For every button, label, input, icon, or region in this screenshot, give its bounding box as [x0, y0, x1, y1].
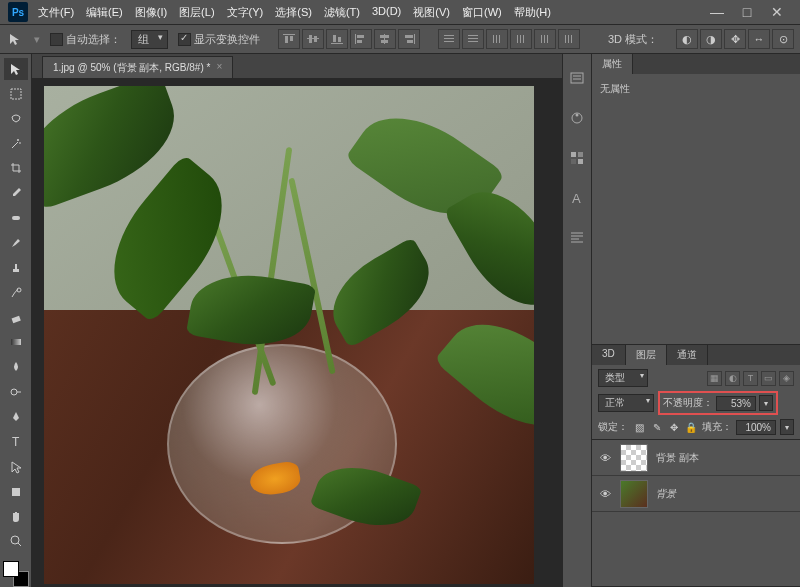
layers-tab[interactable]: 图层	[626, 345, 667, 365]
fill-value[interactable]: 100%	[736, 420, 776, 435]
lasso-tool[interactable]	[4, 108, 28, 130]
visibility-icon[interactable]: 👁	[598, 451, 612, 465]
color-swatches[interactable]	[3, 561, 29, 587]
main-area: T 1.jpg @ 50% (背景 副本, RGB/8#) * ×	[0, 54, 800, 587]
document-canvas[interactable]	[44, 86, 534, 584]
brush-tool[interactable]	[4, 232, 28, 254]
lock-transparent-icon[interactable]: ▨	[632, 420, 647, 435]
menu-help[interactable]: 帮助(H)	[514, 5, 551, 20]
align-right-icon[interactable]	[398, 29, 420, 49]
history-brush-tool[interactable]	[4, 282, 28, 304]
tab-close-icon[interactable]: ×	[216, 61, 222, 75]
layer-name[interactable]: 背景 副本	[656, 451, 699, 465]
lock-position-icon[interactable]: ✥	[666, 420, 681, 435]
layer-row[interactable]: 👁 背景	[592, 476, 800, 512]
eraser-tool[interactable]	[4, 307, 28, 329]
dist-3-icon[interactable]	[486, 29, 508, 49]
zoom-tool[interactable]	[4, 530, 28, 552]
3d-zoom-icon[interactable]: ⊙	[772, 29, 794, 49]
filter-adjust-icon[interactable]: ◐	[725, 371, 740, 386]
dist-5-icon[interactable]	[534, 29, 556, 49]
move-tool[interactable]	[4, 58, 28, 80]
menu-filter[interactable]: 滤镜(T)	[324, 5, 360, 20]
dodge-tool[interactable]	[4, 381, 28, 403]
show-transform-checkbox[interactable]	[178, 33, 191, 46]
pen-tool[interactable]	[4, 406, 28, 428]
3d-roll-icon[interactable]: ◑	[700, 29, 722, 49]
menu-window[interactable]: 窗口(W)	[462, 5, 502, 20]
type-tool[interactable]: T	[4, 431, 28, 453]
align-top-icon[interactable]	[278, 29, 300, 49]
move-tool-icon[interactable]	[6, 30, 24, 48]
minimize-icon[interactable]: —	[702, 4, 732, 20]
layer-thumbnail[interactable]	[620, 444, 648, 472]
3d-pan-icon[interactable]: ✥	[724, 29, 746, 49]
svg-rect-14	[381, 40, 388, 43]
maximize-icon[interactable]: □	[732, 4, 762, 20]
hand-tool[interactable]	[4, 505, 28, 527]
filter-shape-icon[interactable]: ▭	[761, 371, 776, 386]
marquee-tool[interactable]	[4, 83, 28, 105]
foreground-swatch[interactable]	[3, 561, 19, 577]
visibility-icon[interactable]: 👁	[598, 487, 612, 501]
align-left-icon[interactable]	[350, 29, 372, 49]
paragraph-panel-icon[interactable]	[567, 228, 587, 248]
healing-tool[interactable]	[4, 207, 28, 229]
svg-rect-52	[571, 159, 576, 164]
blend-mode-select[interactable]: 正常	[598, 394, 654, 412]
filter-pixel-icon[interactable]: ▦	[707, 371, 722, 386]
menu-layer[interactable]: 图层(L)	[179, 5, 214, 20]
align-bottom-icon[interactable]	[326, 29, 348, 49]
opacity-value[interactable]: 53%	[716, 396, 756, 411]
menu-3d[interactable]: 3D(D)	[372, 5, 401, 20]
menu-file[interactable]: 文件(F)	[38, 5, 74, 20]
gradient-tool[interactable]	[4, 331, 28, 353]
crop-tool[interactable]	[4, 157, 28, 179]
align-vcenter-icon[interactable]	[302, 29, 324, 49]
close-icon[interactable]: ✕	[762, 4, 792, 20]
layer-row[interactable]: 👁 背景 副本	[592, 440, 800, 476]
align-hcenter-icon[interactable]	[374, 29, 396, 49]
layer-filter-select[interactable]: 类型	[598, 369, 648, 387]
menu-type[interactable]: 文字(Y)	[227, 5, 264, 20]
dist-2-icon[interactable]	[462, 29, 484, 49]
lock-all-icon[interactable]: 🔒	[683, 420, 698, 435]
3d-orbit-icon[interactable]: ◐	[676, 29, 698, 49]
fill-dropdown-icon[interactable]: ▾	[780, 419, 794, 435]
path-select-tool[interactable]	[4, 456, 28, 478]
layer-thumbnail[interactable]	[620, 480, 648, 508]
document-tabs: 1.jpg @ 50% (背景 副本, RGB/8#) * ×	[32, 54, 562, 78]
menu-image[interactable]: 图像(I)	[135, 5, 167, 20]
swatches-panel-icon[interactable]	[567, 148, 587, 168]
3d-slide-icon[interactable]: ↔	[748, 29, 770, 49]
eyedropper-tool[interactable]	[4, 182, 28, 204]
channels-tab[interactable]: 通道	[667, 345, 708, 365]
autoselect-checkbox[interactable]	[50, 33, 63, 46]
svg-rect-32	[547, 35, 548, 43]
filter-smart-icon[interactable]: ◈	[779, 371, 794, 386]
document-tab[interactable]: 1.jpg @ 50% (背景 副本, RGB/8#) * ×	[42, 56, 233, 78]
dist-6-icon[interactable]	[558, 29, 580, 49]
dist-1-icon[interactable]	[438, 29, 460, 49]
layer-name[interactable]: 背景	[656, 487, 676, 501]
blur-tool[interactable]	[4, 356, 28, 378]
wand-tool[interactable]	[4, 133, 28, 155]
canvas-viewport[interactable]	[32, 78, 562, 587]
shape-tool[interactable]	[4, 481, 28, 503]
menu-select[interactable]: 选择(S)	[275, 5, 312, 20]
menu-view[interactable]: 视图(V)	[413, 5, 450, 20]
filter-type-icon[interactable]: T	[743, 371, 758, 386]
svg-rect-6	[331, 43, 343, 44]
autoselect-target-select[interactable]: 组	[131, 30, 168, 49]
opacity-dropdown-icon[interactable]: ▾	[759, 395, 773, 411]
3d-tab[interactable]: 3D	[592, 345, 626, 365]
svg-rect-41	[11, 315, 20, 322]
menu-edit[interactable]: 编辑(E)	[86, 5, 123, 20]
character-panel-icon[interactable]: A	[567, 188, 587, 208]
lock-pixels-icon[interactable]: ✎	[649, 420, 664, 435]
color-panel-icon[interactable]	[567, 108, 587, 128]
dist-4-icon[interactable]	[510, 29, 532, 49]
stamp-tool[interactable]	[4, 257, 28, 279]
properties-tab[interactable]: 属性	[592, 54, 633, 74]
history-panel-icon[interactable]	[567, 68, 587, 88]
